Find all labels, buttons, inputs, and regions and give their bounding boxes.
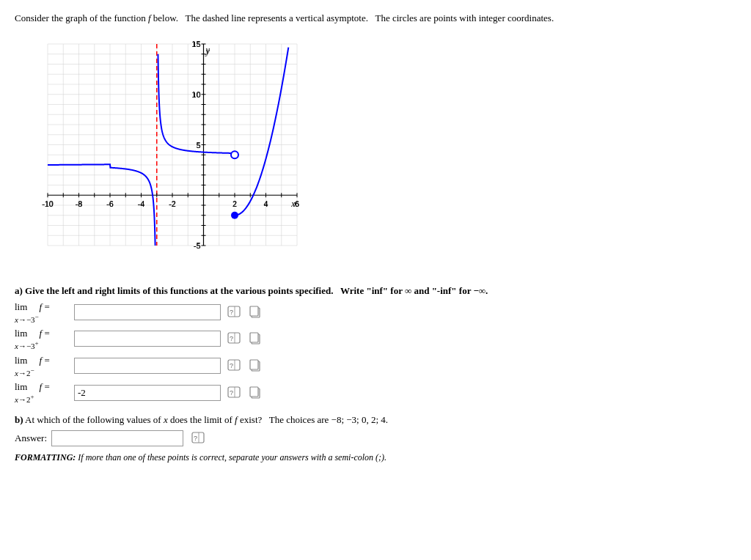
limit-label-4: lim f = x→2+ <box>15 381 70 404</box>
limit-input-3[interactable] <box>74 358 221 374</box>
limit-label-2: lim f = x→−3+ <box>15 328 70 350</box>
instructions-text: Consider the graph of the function f bel… <box>15 11 736 26</box>
svg-text:?: ? <box>194 435 197 442</box>
answer-input-b[interactable] <box>51 430 183 446</box>
limit-label-1: lim f = x→−3− <box>15 301 70 324</box>
svg-text:?: ? <box>230 389 233 397</box>
answer-label-b: Answer: <box>15 432 47 444</box>
hint-icon-2[interactable]: ? <box>226 331 242 347</box>
graph-container <box>15 33 308 268</box>
hint-icon-1[interactable]: ? <box>226 304 242 320</box>
copy-icon-1[interactable] <box>247 304 263 320</box>
section-b-question: b) At which of the following values of x… <box>15 414 736 426</box>
limit-row-3: lim f = x→2− ? <box>15 355 736 377</box>
limit-row-2: lim f = x→−3+ ? <box>15 328 736 350</box>
svg-rect-4 <box>250 306 258 316</box>
copy-icon-2[interactable] <box>247 331 263 347</box>
limit-row-1: lim f = x→−3− ? <box>15 301 736 324</box>
copy-icon-3[interactable] <box>247 358 263 374</box>
limit-input-1[interactable] <box>74 304 221 320</box>
svg-rect-9 <box>250 333 258 342</box>
svg-text:?: ? <box>230 362 233 369</box>
answer-row-b: Answer: ? <box>15 430 736 446</box>
limit-input-2[interactable] <box>74 331 221 347</box>
section-a-label: a) Give the left and right limits of thi… <box>15 285 736 297</box>
limit-input-4[interactable] <box>74 385 221 401</box>
hint-icon-4[interactable]: ? <box>226 385 242 401</box>
hint-icon-b[interactable]: ? <box>190 430 206 446</box>
copy-icon-4[interactable] <box>247 385 263 401</box>
limit-label-3: lim f = x→2− <box>15 355 70 377</box>
hint-icon-3[interactable]: ? <box>226 358 242 374</box>
svg-rect-14 <box>250 360 258 369</box>
formatting-note: FORMATTING: If more than one of these po… <box>15 452 736 463</box>
svg-rect-19 <box>250 387 258 397</box>
svg-text:?: ? <box>230 335 233 342</box>
function-graph <box>15 33 308 268</box>
svg-text:?: ? <box>230 309 233 316</box>
limit-row-4: lim f = x→2+ ? <box>15 381 736 404</box>
